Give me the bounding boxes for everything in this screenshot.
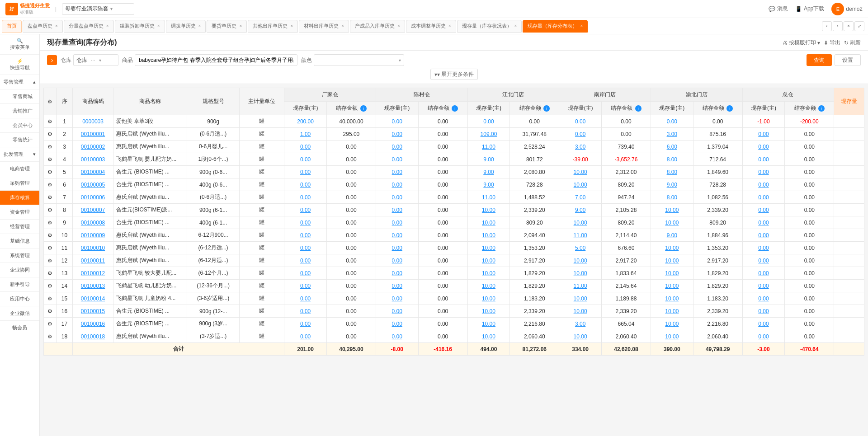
- row-gear[interactable]: ⚙: [44, 216, 57, 229]
- row-fj-cur[interactable]: 0.00: [284, 254, 327, 267]
- row-na-cur[interactable]: 10.00: [559, 216, 602, 229]
- row-fj-cur[interactable]: 200.00: [284, 115, 327, 128]
- row-na-cur[interactable]: 0.00: [559, 128, 602, 141]
- row-gear[interactable]: ⚙: [44, 242, 57, 254]
- sidebar-item-system[interactable]: 系统管理: [0, 248, 39, 263]
- close-icon[interactable]: ×: [341, 23, 344, 28]
- row-cl-cur[interactable]: 0.00: [376, 216, 418, 229]
- row-jb-cur[interactable]: 10.00: [467, 330, 510, 343]
- sidebar-item-search[interactable]: 🔍 搜索英单: [0, 34, 39, 55]
- row-cl-cur[interactable]: 0.00: [376, 141, 418, 153]
- row-yb-cur[interactable]: 10.00: [651, 242, 693, 254]
- row-cl-cur[interactable]: 0.00: [376, 305, 418, 318]
- color-selector[interactable]: ▾: [314, 54, 404, 66]
- row-jb-cur[interactable]: 9.00: [467, 153, 510, 166]
- sidebar-item-retail[interactable]: 零售管理 ▴: [0, 75, 39, 89]
- tab-stock1[interactable]: 盘点单历史 ×: [23, 20, 63, 33]
- close-icon[interactable]: ×: [106, 23, 109, 28]
- row-yb-cur[interactable]: 10.00: [651, 267, 693, 280]
- info-icon[interactable]: i: [360, 105, 367, 112]
- row-tot-cur[interactable]: 0.00: [742, 191, 785, 204]
- row-tot-cur[interactable]: 0.00: [742, 330, 785, 343]
- refresh-button[interactable]: ↻ 刷新: [844, 39, 861, 47]
- row-na-cur[interactable]: 5.00: [559, 242, 602, 254]
- row-yb-cur[interactable]: 10.00: [651, 305, 693, 318]
- row-cl-cur[interactable]: 0.00: [376, 115, 418, 128]
- row-tot-cur[interactable]: 0.00: [742, 216, 785, 229]
- row-gear[interactable]: ⚙: [44, 191, 57, 204]
- row-jb-cur[interactable]: 10.00: [467, 229, 510, 242]
- close-icon[interactable]: ×: [514, 23, 517, 28]
- print-button[interactable]: 🖨 按模版打印 ▾: [782, 39, 820, 47]
- sidebar-item-corpwx[interactable]: 企业微信: [0, 306, 39, 321]
- close-icon[interactable]: ×: [55, 23, 58, 28]
- info-icon[interactable]: i: [726, 105, 733, 112]
- close-icon[interactable]: ×: [580, 23, 583, 28]
- row-cl-cur[interactable]: 0.00: [376, 242, 418, 254]
- row-na-cur[interactable]: 0.00: [559, 115, 602, 128]
- sidebar-item-marketing[interactable]: 营销推广: [0, 104, 39, 118]
- row-cl-cur[interactable]: 0.00: [376, 330, 418, 343]
- row-cl-cur[interactable]: 0.00: [376, 318, 418, 330]
- row-cl-cur[interactable]: 0.00: [376, 292, 418, 305]
- tab-stock10[interactable]: 现存量（库存状况表） ×: [457, 20, 522, 33]
- row-jb-cur[interactable]: 9.00: [467, 166, 510, 178]
- row-cl-cur[interactable]: 0.00: [376, 128, 418, 141]
- sidebar-item-purchase[interactable]: 采购管理: [0, 176, 39, 191]
- row-tot-cur[interactable]: 0.00: [742, 204, 785, 216]
- row-tot-cur[interactable]: 0.00: [742, 280, 785, 292]
- row-tot-cur[interactable]: 0.00: [742, 292, 785, 305]
- row-tot-cur[interactable]: -1.00: [742, 115, 785, 128]
- row-gear[interactable]: ⚙: [44, 141, 57, 153]
- row-jb-cur[interactable]: 9.00: [467, 178, 510, 191]
- sidebar-item-appcenter[interactable]: 应用中心: [0, 292, 39, 306]
- row-gear[interactable]: ⚙: [44, 204, 57, 216]
- row-yb-cur[interactable]: 10.00: [651, 292, 693, 305]
- app-download-button[interactable]: 📱 App下载: [795, 5, 824, 13]
- row-tot-cur[interactable]: 0.00: [742, 128, 785, 141]
- sidebar-item-vip[interactable]: 畅会员: [0, 321, 39, 335]
- row-yb-cur[interactable]: 10.00: [651, 330, 693, 343]
- tab-stock6[interactable]: 其他出库单历史 ×: [248, 20, 298, 33]
- sidebar-item-inventory[interactable]: 库存核算: [0, 191, 39, 205]
- row-tot-cur[interactable]: 0.00: [742, 318, 785, 330]
- tab-stock9[interactable]: 成本调整单历史 ×: [406, 20, 456, 33]
- info-icon[interactable]: i: [818, 105, 825, 112]
- user-menu[interactable]: E demo2: [831, 3, 863, 15]
- row-yb-cur[interactable]: 6.00: [651, 141, 693, 153]
- row-fj-cur[interactable]: 0.00: [284, 330, 327, 343]
- row-na-cur[interactable]: 11.00: [559, 280, 602, 292]
- sidebar-item-wholesale[interactable]: 批发管理 ▾: [0, 147, 39, 162]
- row-yb-cur[interactable]: 8.00: [651, 191, 693, 204]
- close-icon[interactable]: ×: [397, 23, 400, 28]
- row-tot-cur[interactable]: 0.00: [742, 242, 785, 254]
- row-na-cur[interactable]: 10.00: [559, 178, 602, 191]
- row-fj-cur[interactable]: 0.00: [284, 216, 327, 229]
- row-yb-cur[interactable]: 10.00: [651, 280, 693, 292]
- expand-conditions-button[interactable]: ▾▾ 展开更多条件: [430, 69, 478, 80]
- tab-stock4[interactable]: 调拨单历史 ×: [166, 20, 206, 33]
- row-yb-cur[interactable]: 0.00: [651, 115, 693, 128]
- tab-fullscreen-button[interactable]: ⤢: [854, 21, 864, 31]
- row-yb-cur[interactable]: 10.00: [651, 216, 693, 229]
- sidebar-item-member[interactable]: 会员中心: [0, 118, 39, 133]
- row-yb-cur[interactable]: 10.00: [651, 318, 693, 330]
- row-na-cur[interactable]: 9.00: [559, 204, 602, 216]
- row-tot-cur[interactable]: 0.00: [742, 166, 785, 178]
- row-jb-cur[interactable]: 10.00: [467, 254, 510, 267]
- row-tot-cur[interactable]: 0.00: [742, 305, 785, 318]
- setting-button[interactable]: 设置: [835, 54, 861, 66]
- row-tot-cur[interactable]: 0.00: [742, 141, 785, 153]
- row-gear[interactable]: ⚙: [44, 115, 57, 128]
- row-fj-cur[interactable]: 1.00: [284, 128, 327, 141]
- row-fj-cur[interactable]: 0.00: [284, 229, 327, 242]
- row-cl-cur[interactable]: 0.00: [376, 191, 418, 204]
- tab-next-button[interactable]: ›: [833, 21, 843, 31]
- row-tot-cur[interactable]: 0.00: [742, 178, 785, 191]
- row-jb-cur[interactable]: 10.00: [467, 280, 510, 292]
- row-gear[interactable]: ⚙: [44, 280, 57, 292]
- info-icon[interactable]: i: [635, 105, 642, 112]
- sidebar-item-guide[interactable]: 新手引导: [0, 277, 39, 292]
- row-yb-cur[interactable]: 8.00: [651, 166, 693, 178]
- row-fj-cur[interactable]: 0.00: [284, 141, 327, 153]
